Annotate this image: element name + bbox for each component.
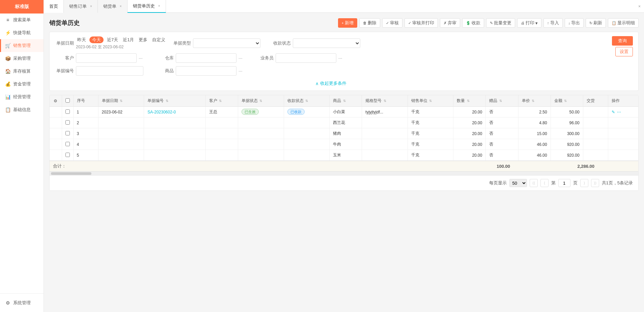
page-input[interactable] [558,179,570,187]
batch-change-button[interactable]: ✎ 批量变更 [486,18,515,28]
row-check[interactable] [62,107,73,118]
sidebar-item-purchase-mgmt[interactable]: 📦 采购管理 [0,52,44,65]
sidebar-item-finance-mgmt[interactable]: 💰 资金管理 [0,78,44,90]
row-docno[interactable]: SA-20230602-0 [144,107,206,118]
abandon-button[interactable]: ✗ 弃审 [440,18,460,28]
filter-salesperson-input[interactable] [276,53,336,63]
row-pay-status [284,150,330,161]
th-gift[interactable]: 赠品 ⇅ [486,95,518,107]
th-qty[interactable]: 数量 ⇅ [453,95,486,107]
sidebar-item-label: 系统管理 [13,300,31,306]
tab-sales-order-close[interactable]: × [90,4,92,8]
delete-icon: 🗑 [363,21,367,25]
shortcut-more[interactable]: 更多 [137,36,149,44]
show-detail-button[interactable]: 📋 显示明细 [608,18,639,28]
row-action[interactable] [608,150,638,161]
query-button[interactable]: 查询 [612,36,633,46]
import-button[interactable]: ↑ 导入 [543,18,563,28]
delete-button[interactable]: 🗑 删除 [359,18,380,28]
th-check[interactable] [62,95,73,107]
th-goods[interactable]: 商品 ⇅ [330,95,362,107]
filter-warehouse-input[interactable] [176,53,236,63]
page-next-button[interactable]: ⟩ [580,179,588,187]
th-amount[interactable]: 金额 ⇅ [551,95,583,107]
horizontal-scrollbar[interactable] [50,171,638,175]
row-checkbox[interactable] [65,153,70,157]
tab-sales-goods[interactable]: 销货单 × [98,0,128,13]
filter-customer-dots[interactable]: ··· [139,55,143,61]
row-action[interactable] [608,139,638,150]
th-customer[interactable]: 客户 ⇅ [206,95,238,107]
filter-doc-type-select[interactable] [193,38,260,48]
scroll-thumb[interactable] [51,172,91,175]
filter-goods-dots[interactable]: ··· [239,68,243,74]
th-docno[interactable]: 单据编号 ⇅ [144,95,206,107]
page-header: 销货单历史 + 新增 🗑 删除 ✓ 审核 ✓ 审核并打印 [49,18,639,28]
tab-sales-goods-close[interactable]: × [120,4,122,8]
filter-goods-input[interactable] [176,66,236,76]
audit-print-button[interactable]: ✓ 审核并打印 [404,18,438,28]
more-action[interactable]: ⋯ [617,110,621,114]
sidebar-item-inventory[interactable]: 🏠 库存核算 [0,65,44,78]
tab-sales-history-close[interactable]: × [158,4,160,8]
row-docno[interactable] [144,128,206,139]
sidebar-item-quick-nav[interactable]: ⚡ 快捷导航 [0,26,44,39]
export-button[interactable]: ↓ 导出 [565,18,584,28]
filter-pay-status-select[interactable] [293,38,360,48]
row-docno[interactable] [144,150,206,161]
edit-action[interactable]: ✎ [612,110,615,114]
shortcut-yesterday[interactable]: 昨天 [76,36,87,44]
shortcut-last7days[interactable]: 近7天 [106,36,119,44]
row-check[interactable] [62,118,73,128]
audit-button[interactable]: ✓ 审核 [382,18,402,28]
page-last-button[interactable]: ⟩⟩ [591,179,599,187]
new-button[interactable]: + 新增 [338,18,357,28]
tab-home[interactable]: 首页 [44,0,64,13]
sidebar-item-system-mgmt[interactable]: ⚙ 系统管理 [0,296,44,309]
page-prev-button[interactable]: ⟨ [540,179,549,187]
filter-salesperson-dots[interactable]: ··· [338,55,342,61]
th-price[interactable]: 单价 ⇅ [518,95,551,107]
row-check[interactable] [62,150,73,161]
setting-button[interactable]: 设置 [615,47,633,56]
select-all-checkbox[interactable] [65,98,70,103]
shortcut-today[interactable]: 今天 [89,36,104,43]
th-date[interactable]: 单据日期 ⇅ [98,95,144,107]
th-spec[interactable]: 规格型号 ⇅ [362,95,408,107]
row-check[interactable] [62,139,73,150]
row-action[interactable] [608,118,638,128]
th-unit[interactable]: 销售单位 ⇅ [408,95,453,107]
row-action[interactable] [608,128,638,139]
print-button[interactable]: 🖨 打印 ▾ [517,18,541,28]
tab-sales-history[interactable]: 销货单历史 × [128,0,166,13]
row-checkbox[interactable] [65,142,70,146]
row-action[interactable]: ✎⋯ [608,107,638,118]
th-gear[interactable]: ⚙ [50,95,62,107]
collect-button[interactable]: 💲 收款 [462,18,484,28]
shortcut-last1month[interactable]: 近1月 [121,36,135,44]
th-doc-status[interactable]: 单据状态 ⇅ [238,95,284,107]
sidebar-item-sales-mgmt[interactable]: 🛒 销售管理 [0,39,44,52]
page-first-button[interactable]: ⟨⟨ [530,179,538,187]
sidebar-item-basic-info[interactable]: 📋 基础信息 [0,103,44,116]
th-pay-status[interactable]: 收款状态 ⇅ [284,95,330,107]
collapse-button[interactable]: ∧ 收起更多条件 [55,79,607,86]
row-docno[interactable] [144,139,206,150]
row-check[interactable] [62,128,73,139]
row-checkbox[interactable] [65,131,70,135]
sidebar-item-search-menu[interactable]: ≡ 搜索菜单 [0,14,44,26]
tab-bar-end[interactable]: × [638,4,644,9]
per-page-select[interactable]: 50 100 [509,179,527,187]
filter-customer-input[interactable] [76,53,137,63]
tab-sales-order[interactable]: 销售订单 × [64,0,98,13]
refresh-button[interactable]: ↻ 刷新 [586,18,606,28]
row-checkbox[interactable] [65,109,70,114]
shortcut-custom[interactable]: 自定义 [151,36,167,44]
row-docno[interactable] [144,118,206,128]
row-doc-status [238,118,284,128]
row-checkbox[interactable] [65,120,70,125]
filter-docno-input[interactable] [76,66,143,76]
docno-link[interactable]: SA-20230602-0 [147,110,176,114]
sidebar-item-operations-mgmt[interactable]: 📊 经营管理 [0,90,44,103]
filter-warehouse-dots[interactable]: ··· [239,55,243,61]
